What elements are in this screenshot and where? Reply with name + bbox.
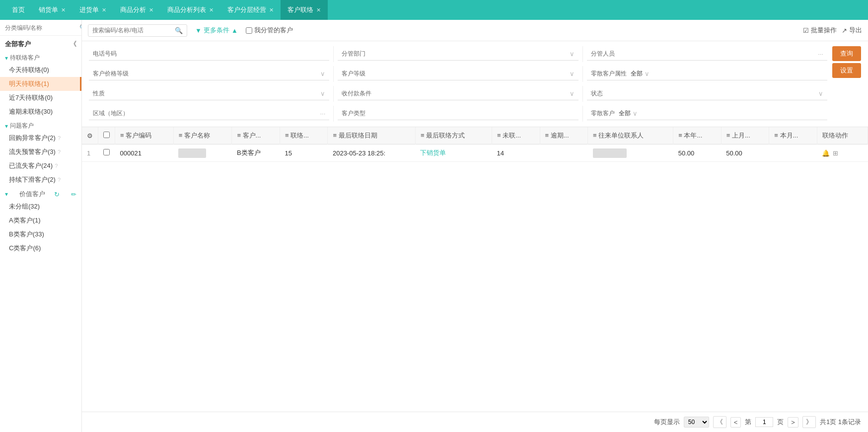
cell-this-year: 50.00 xyxy=(673,144,722,162)
nav-product-analysis-list[interactable]: 商品分析列表 ✕ xyxy=(160,0,220,20)
cell-overdue xyxy=(540,144,588,162)
cell-this-month xyxy=(769,144,817,162)
filter-payment-terms[interactable]: 收付款条件 ∨ xyxy=(338,87,578,100)
collapse-icon[interactable]: 《 xyxy=(70,40,76,49)
close-icon[interactable]: ✕ xyxy=(316,7,321,13)
more-filters-button[interactable]: ▼ 更多条件 ▲ xyxy=(192,24,241,37)
col-unit-contact: ≡ 往来单位联系人 xyxy=(588,127,673,144)
manager-input[interactable] xyxy=(619,51,816,58)
action-icon-1[interactable]: 🔔 xyxy=(822,149,830,157)
payment-terms-input[interactable] xyxy=(375,90,567,97)
nav-customer-tier[interactable]: 客户分层经营 ✕ xyxy=(220,0,281,20)
search-icon[interactable]: 🔍 xyxy=(175,27,183,34)
last-page-button[interactable]: 》 xyxy=(802,416,816,428)
export-icon: ↗ xyxy=(842,27,847,34)
sidebar-item-declining[interactable]: 持续下滑客户(2) ? xyxy=(0,173,81,187)
nav-customer-contact[interactable]: 客户联络 ✕ xyxy=(281,0,328,20)
export-button[interactable]: ↗ 导出 xyxy=(842,26,862,35)
sidebar-item-ungrouped[interactable]: 未分组(32) xyxy=(0,200,81,214)
region-input[interactable] xyxy=(133,110,318,117)
settings-button[interactable]: 设置 xyxy=(832,63,861,78)
col-contact-count: ≡ 联络... xyxy=(280,127,328,144)
help-icon: ? xyxy=(58,177,61,183)
action-icon-2[interactable]: ⊞ xyxy=(833,149,838,157)
select-all-checkbox[interactable] xyxy=(103,132,110,138)
nav-home[interactable]: 首页 xyxy=(5,0,32,20)
search-input[interactable] xyxy=(92,27,173,34)
nav-purchase-order[interactable]: 进货单 ✕ xyxy=(72,0,113,20)
filter-panel: 电话号码 分管部门 ∨ 分管人员 ··· xyxy=(82,41,868,127)
sidebar-item-class-b[interactable]: B类客户(33) xyxy=(0,227,81,241)
status-input[interactable] xyxy=(607,90,816,97)
close-icon[interactable]: ✕ xyxy=(149,7,153,13)
nav-sales-order[interactable]: 销货单 ✕ xyxy=(32,0,72,20)
my-customers-checkbox[interactable] xyxy=(246,27,252,34)
per-page-select[interactable]: 50 100 200 xyxy=(684,417,709,428)
more-icon: ··· xyxy=(320,110,325,117)
sidebar-item-7days-contact[interactable]: 近7天待联络(0) xyxy=(0,91,81,105)
dept-input[interactable] xyxy=(369,51,567,58)
phone-input[interactable] xyxy=(121,51,325,58)
filter-row-3: 性质 ∨ 收付款条件 ∨ 状态 xyxy=(89,86,827,102)
filter-nature[interactable]: 性质 ∨ xyxy=(89,87,329,100)
filter-icon: ▼ xyxy=(195,27,202,34)
help-icon: ? xyxy=(58,135,61,141)
sidebar-item-tomorrow-contact[interactable]: 明天待联络(1) xyxy=(0,77,81,91)
first-page-button[interactable]: 《 xyxy=(713,416,726,428)
chevron-down-icon: ∨ xyxy=(570,70,575,77)
sidebar-item-today-contact[interactable]: 今天待联络(0) xyxy=(0,63,81,77)
close-icon[interactable]: ✕ xyxy=(61,7,66,13)
all-customers-header[interactable]: 全部客户 《 xyxy=(0,36,81,51)
page-number-input[interactable] xyxy=(755,417,773,427)
main-layout: 🔍 全部客户 《 待联络客户 今天待联络(0) 明天待联络(1) 近7天待联络(… xyxy=(0,20,868,432)
filter-price-level[interactable]: 客户价格等级 ∨ xyxy=(89,68,329,80)
batch-operation-button[interactable]: ☑ 批量操作 xyxy=(803,26,837,35)
customer-type-input[interactable] xyxy=(369,110,574,117)
sidebar-item-overdue-contact[interactable]: 逾期未联络(30) xyxy=(0,105,81,119)
group-label-problem-customers: 问题客户 xyxy=(0,119,81,131)
filter-row-1: 电话号码 分管部门 ∨ 分管人员 ··· xyxy=(89,46,827,62)
customer-table: ⚙ ≡ 客户编码 ≡ 客户名称 ≡ 客户... ≡ 联络... ≡ 最后联络日期 xyxy=(82,127,868,162)
close-icon[interactable]: ✕ xyxy=(102,7,106,13)
row-checkbox[interactable] xyxy=(103,149,110,155)
last-contact-link[interactable]: 下销货单 xyxy=(420,149,446,156)
close-icon[interactable]: ✕ xyxy=(209,7,214,13)
group-label-value-customers: 价值客户 ↻ ✏ xyxy=(0,187,81,200)
nav-product-analysis[interactable]: 商品分析 ✕ xyxy=(113,0,160,20)
close-icon[interactable]: ✕ xyxy=(269,7,274,13)
page-label: 第 xyxy=(745,418,751,427)
filter-customer-level[interactable]: 客户等级 ∨ xyxy=(338,68,578,80)
sidebar-item-class-a[interactable]: A类客户(1) xyxy=(0,214,81,227)
customer-level-input[interactable] xyxy=(369,71,567,77)
prev-page-button[interactable]: < xyxy=(730,417,741,428)
settings-col-header[interactable]: ⚙ xyxy=(82,127,98,144)
filter-region: 区域（地区） ··· xyxy=(89,107,329,120)
more-icon: ··· xyxy=(818,50,823,58)
sidebar-search-input[interactable] xyxy=(5,24,79,31)
col-customer-name: ≡ 客户名称 xyxy=(173,127,232,144)
cell-last-contact-date: 2023-05-23 18:25: xyxy=(328,144,416,162)
filter-retail-attr[interactable]: 零散客户属性 全部 ∨ xyxy=(587,68,827,80)
my-customers-checkbox-label[interactable]: 我分管的客户 xyxy=(246,26,293,35)
nature-input[interactable] xyxy=(109,90,318,97)
sidebar-item-churned[interactable]: 已流失客户(24) ? xyxy=(0,159,81,173)
cell-contact-count: 15 xyxy=(280,144,328,162)
query-button[interactable]: 查询 xyxy=(832,46,861,61)
cell-unit-contact: -- xyxy=(588,144,673,162)
filter-actions: 查询 设置 xyxy=(827,46,861,78)
price-level-input[interactable] xyxy=(133,71,318,77)
filter-dept[interactable]: 分管部门 ∨ xyxy=(338,48,578,61)
sidebar-item-class-c[interactable]: C类客户(6) xyxy=(0,241,81,255)
col-customer-code: ≡ 客户编码 xyxy=(115,127,174,144)
chevron-down-icon: ∨ xyxy=(570,90,575,97)
refresh-icon[interactable]: ↻ xyxy=(54,191,60,198)
filter-status[interactable]: 状态 ∨ xyxy=(587,87,827,100)
filter-retail-customer[interactable]: 零散客户 全部 ∨ xyxy=(587,107,827,120)
next-page-button[interactable]: > xyxy=(788,417,798,428)
help-icon: ? xyxy=(55,163,58,169)
col-last-contact-method: ≡ 最后联络方式 xyxy=(415,127,492,144)
sidebar-item-churn-warning[interactable]: 流失预警客户(3) ? xyxy=(0,145,81,159)
toolbar: 🔍 ▼ 更多条件 ▲ 我分管的客户 ☑ 批量操作 ↗ 导出 xyxy=(82,20,868,41)
sidebar-item-abnormal-repurchase[interactable]: 回购异常客户(2) ? xyxy=(0,131,81,145)
edit-icon[interactable]: ✏ xyxy=(71,191,76,198)
